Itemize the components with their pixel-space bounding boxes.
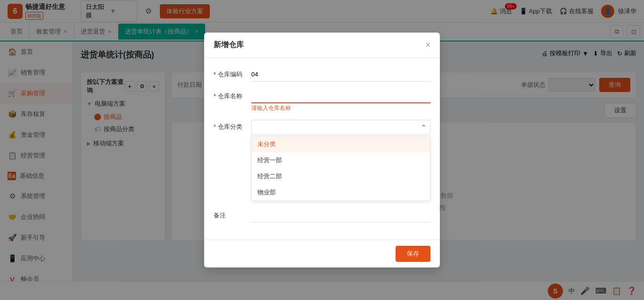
modal-header: 新增仓库 × — [204, 33, 440, 58]
note-field: 备注 — [214, 208, 430, 223]
modal-body: * 仓库编码 * 仓库名称 请输入仓库名称 — [204, 58, 440, 240]
warehouse-name-input[interactable] — [251, 89, 430, 103]
note-label: 备注 — [214, 208, 251, 220]
category-arrow-icon[interactable]: ⌃ — [421, 123, 427, 132]
warehouse-code-field: * 仓库编码 — [214, 67, 430, 82]
save-button[interactable]: 保存 — [396, 246, 430, 262]
warehouse-name-label: * 仓库名称 — [214, 89, 251, 100]
warehouse-name-control: 请输入仓库名称 — [251, 89, 430, 112]
dropdown-item-unclassified[interactable]: 未分类 — [252, 136, 430, 152]
modal-overlay: 新增仓库 × * 仓库编码 * 仓库名称 — [0, 0, 644, 300]
dropdown-item-dept2[interactable]: 经营二部 — [252, 168, 430, 184]
modal-footer: 保存 — [204, 240, 440, 267]
warehouse-name-error: 请输入仓库名称 — [251, 104, 430, 112]
note-input[interactable] — [251, 208, 430, 223]
warehouse-code-label: * 仓库编码 — [214, 67, 251, 79]
dropdown-item-property[interactable]: 物业部 — [252, 184, 430, 200]
category-input[interactable] — [251, 120, 430, 135]
modal-close-button[interactable]: × — [425, 40, 430, 50]
note-control — [251, 208, 430, 223]
dropdown-item-dept1[interactable]: 经营一部 — [252, 152, 430, 168]
add-warehouse-modal: 新增仓库 × * 仓库编码 * 仓库名称 — [204, 33, 440, 267]
category-select-wrapper: ⌃ — [251, 120, 430, 135]
warehouse-code-input[interactable] — [251, 67, 430, 82]
category-dropdown: 未分类 经营一部 经营二部 物业部 — [251, 136, 430, 201]
warehouse-category-field: * 仓库分类 ⌃ 未分类 经营一部 经营二部 物业部 — [214, 120, 430, 201]
warehouse-category-control: ⌃ 未分类 经营一部 经营二部 物业部 — [251, 120, 430, 201]
warehouse-category-label: * 仓库分类 — [214, 120, 251, 131]
modal-title: 新增仓库 — [214, 40, 244, 50]
warehouse-name-field: * 仓库名称 请输入仓库名称 — [214, 89, 430, 112]
warehouse-code-control — [251, 67, 430, 82]
